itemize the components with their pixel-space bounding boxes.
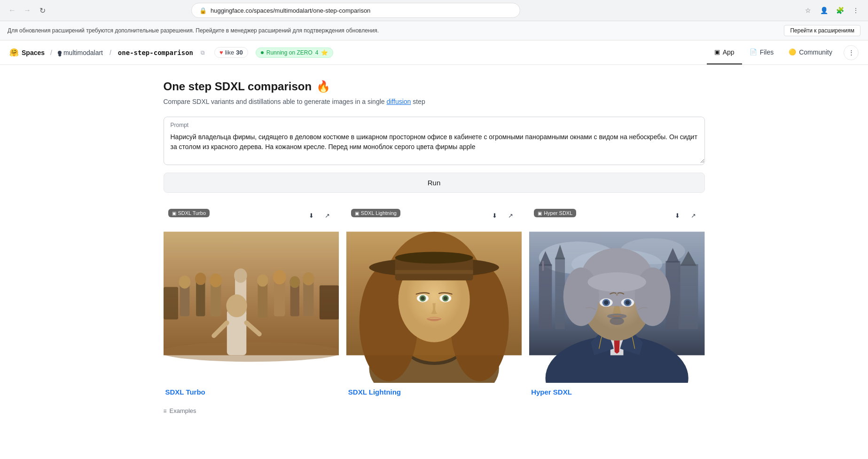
image-card-hyper-sdxl: ▣ Hyper SDXL ⬇ ↗	[529, 204, 704, 396]
prompt-input[interactable]: Нарисуй владельца фирмы, сидящего в дело…	[164, 130, 704, 163]
browser-chrome: ← → ↻ 🔒 huggingface.co/spaces/multimodal…	[0, 0, 868, 21]
svg-rect-22	[164, 232, 339, 356]
user-link[interactable]: ● multimodalart	[58, 49, 103, 56]
image-label-icon-1: ▣	[172, 211, 176, 216]
desc-text-before: Compare SDXL variants and distillations …	[164, 98, 387, 105]
image-label-2: ▣ SDXL Lightning	[351, 209, 400, 217]
image-label-text-1: SDXL Turbo	[178, 210, 206, 216]
image-link-3[interactable]: Hyper SDXL	[529, 388, 704, 396]
image-link-1[interactable]: SDXL Turbo	[164, 388, 339, 396]
examples-label: Examples	[170, 407, 196, 414]
image-link-2[interactable]: SDXL Lightning	[346, 388, 522, 396]
image-actions-3: ⬇ ↗	[671, 209, 700, 222]
image-label-1: ▣ SDXL Turbo	[168, 209, 210, 217]
image-card-1: ▣ SDXL Turbo ⬇ ↗	[164, 204, 339, 384]
title-emoji: 🔥	[316, 80, 330, 93]
forward-button[interactable]: →	[21, 4, 34, 17]
hf-header: 🤗 Spaces / ● multimodalart / one-step-co…	[0, 40, 868, 65]
page-description: Compare SDXL variants and distillations …	[164, 98, 705, 105]
prompt-container: Prompt Нарисуй владельца фирмы, сидящего…	[164, 117, 705, 165]
nav-buttons: ← → ↻	[6, 4, 49, 17]
generated-image-3	[529, 204, 704, 383]
run-button[interactable]: Run	[164, 173, 705, 193]
tab-community-label: Community	[799, 48, 832, 56]
running-badge: Running on ZERO 4 ⭐	[256, 47, 334, 58]
examples-icon: ≡	[164, 408, 167, 414]
tab-community[interactable]: 🟡 Community	[781, 41, 840, 64]
image-label-text-3: Hyper SDXL	[544, 210, 572, 216]
more-options-button[interactable]: ⋮	[844, 45, 859, 60]
like-label: like	[225, 49, 235, 56]
share-btn-3[interactable]: ↗	[687, 209, 700, 222]
generated-image-1	[164, 204, 339, 383]
breadcrumb-slash: /	[109, 49, 111, 56]
spaces-label: Spaces	[22, 49, 45, 56]
address-bar[interactable]: 🔒 huggingface.co/spaces/multimodalart/on…	[191, 3, 520, 18]
lock-icon: 🔒	[199, 7, 207, 14]
download-btn-1[interactable]: ⬇	[305, 209, 318, 222]
user-dot: ●	[58, 51, 62, 55]
svg-rect-43	[346, 232, 522, 356]
heart-icon: ♥	[219, 49, 223, 56]
image-actions-2: ⬇ ↗	[488, 209, 517, 222]
prompt-label: Prompt	[164, 117, 704, 130]
profile-btn[interactable]: 👤	[817, 4, 830, 17]
share-btn-2[interactable]: ↗	[504, 209, 517, 222]
image-label-icon-2: ▣	[355, 211, 359, 216]
username: multimodalart	[63, 49, 103, 56]
notification-bar: Для обновления расширений требуются допо…	[0, 21, 868, 40]
spaces-link[interactable]: 🤗 Spaces	[9, 48, 45, 57]
image-card-sdxl-lightning: ▣ SDXL Lightning ⬇ ↗	[346, 204, 522, 396]
tab-app[interactable]: ▣ App	[707, 41, 742, 64]
app-tab-icon: ▣	[714, 48, 720, 55]
browser-nav: ← → ↻ 🔒 huggingface.co/spaces/multimodal…	[0, 0, 868, 21]
desc-link[interactable]: diffusion	[386, 98, 411, 105]
image-label-icon-3: ▣	[538, 211, 542, 216]
copy-icon[interactable]: ⧉	[201, 49, 205, 56]
running-dot	[261, 51, 264, 54]
notification-text: Для обновления расширений требуются допо…	[8, 27, 379, 34]
image-card-3: ▣ Hyper SDXL ⬇ ↗	[529, 204, 704, 384]
notification-message: Для обновления расширений требуются допо…	[8, 27, 379, 34]
like-badge[interactable]: ♥ like 30	[214, 47, 248, 58]
bookmark-btn[interactable]: ☆	[801, 4, 814, 17]
like-count: 30	[236, 49, 242, 56]
image-grid: ▣ SDXL Turbo ⬇ ↗	[164, 204, 705, 396]
examples-row[interactable]: ≡ Examples	[164, 405, 705, 416]
star-icon: ⭐	[321, 49, 328, 56]
share-btn-1[interactable]: ↗	[321, 209, 334, 222]
image-label-text-2: SDXL Lightning	[361, 210, 397, 216]
svg-rect-74	[529, 232, 704, 356]
update-extensions-button[interactable]: Перейти к расширениям	[784, 25, 860, 36]
generated-image-2	[346, 204, 522, 383]
svg-rect-24	[319, 285, 338, 320]
image-card-sdxl-turbo: ▣ SDXL Turbo ⬇ ↗	[164, 204, 339, 396]
running-label: Running on ZERO	[266, 49, 313, 56]
page-title-text: One step SDXL comparison	[164, 80, 312, 93]
spaces-icon: 🤗	[9, 48, 19, 57]
back-button[interactable]: ←	[6, 4, 19, 17]
page-title: One step SDXL comparison 🔥	[164, 80, 705, 93]
desc-text-after: step	[411, 98, 425, 105]
url-text: huggingface.co/spaces/multimodalart/one-…	[211, 7, 370, 14]
refresh-button[interactable]: ↻	[36, 4, 49, 17]
image-actions-1: ⬇ ↗	[305, 209, 334, 222]
files-tab-icon: 📄	[750, 48, 757, 55]
repo-name: one-step-comparison	[118, 49, 193, 56]
svg-rect-23	[164, 287, 178, 319]
image-card-2: ▣ SDXL Lightning ⬇ ↗	[346, 204, 522, 384]
browser-actions: ☆ 👤 🧩 ⋮	[801, 4, 862, 17]
main-content: One step SDXL comparison 🔥 Compare SDXL …	[152, 65, 716, 431]
breadcrumb-sep-1: /	[50, 49, 52, 56]
tab-files-label: Files	[760, 48, 774, 56]
tab-files[interactable]: 📄 Files	[742, 41, 782, 64]
tab-app-label: App	[723, 48, 735, 56]
more-btn[interactable]: ⋮	[849, 4, 862, 17]
community-tab-icon: 🟡	[789, 48, 796, 55]
image-label-3: ▣ Hyper SDXL	[534, 209, 576, 217]
download-btn-2[interactable]: ⬇	[488, 209, 501, 222]
download-btn-3[interactable]: ⬇	[671, 209, 684, 222]
stars-count: 4	[315, 49, 319, 56]
extensions-btn[interactable]: 🧩	[833, 4, 846, 17]
nav-tabs: ▣ App 📄 Files 🟡 Community ⋮	[707, 41, 859, 64]
